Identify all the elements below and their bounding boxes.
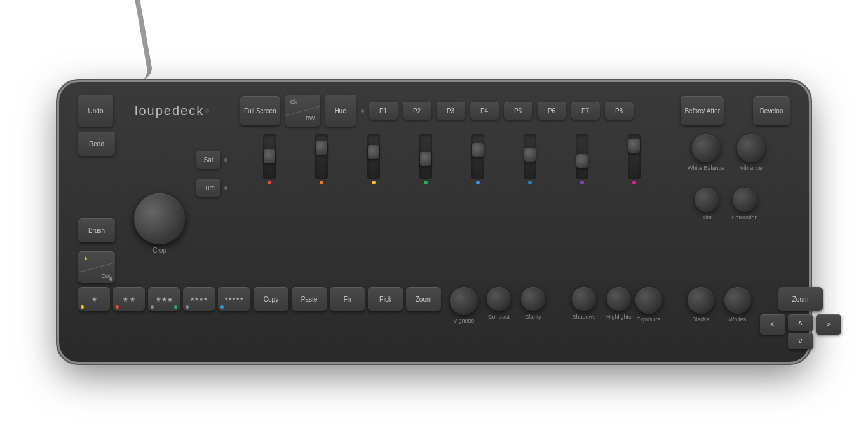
brush-button[interactable]: Brush [78, 218, 115, 242]
whites-knob[interactable] [724, 287, 751, 314]
p8-button[interactable]: P8 [605, 102, 634, 120]
star3-button[interactable]: ★★★ [148, 287, 180, 311]
star2-button[interactable]: ★ ★ [113, 287, 145, 311]
white-balance-label: White Balance [688, 165, 724, 171]
zoom-control-button[interactable]: Zoom [778, 287, 823, 311]
color-dot-6 [528, 181, 532, 184]
slider-5[interactable] [454, 134, 501, 184]
sliders-visual [246, 134, 658, 184]
lum-dot [224, 186, 227, 190]
right-controls: White Balance Vibrance Tint Satu [663, 132, 790, 283]
shadows-control: Shadows [572, 287, 596, 320]
blacks-control: Blacks [688, 287, 714, 323]
p5-button[interactable]: P5 [504, 102, 532, 120]
p2-button[interactable]: P2 [403, 102, 431, 120]
paste-button[interactable]: Paste [292, 287, 327, 311]
nav-up-down: ∧ ∨ [788, 314, 813, 349]
star2-dot [116, 305, 119, 309]
hue-button[interactable]: Hue [325, 95, 356, 127]
crop-knob[interactable] [134, 193, 185, 244]
exposure-row: Exposure Blacks Whites [635, 287, 751, 323]
star4-dot [186, 305, 189, 309]
bottom-right-knobs: Tint Saturation [663, 188, 790, 221]
exposure-label: Exposure [637, 316, 661, 323]
nav-up-button[interactable]: ∧ [788, 314, 813, 331]
shadows-label: Shadows [572, 314, 595, 320]
contrast-knob[interactable] [487, 287, 511, 311]
main-bottom-knobs: Contrast Clarity Shadows Highlights [487, 287, 632, 320]
col-button[interactable]: ★ Col [78, 251, 115, 283]
p6-button[interactable]: P6 [538, 102, 566, 120]
p4-button[interactable]: P4 [470, 102, 499, 120]
color-dot-5 [476, 181, 480, 184]
middle-row: Redo Brush ★ Col [78, 132, 790, 283]
vibrance-knob[interactable] [737, 134, 765, 162]
slider-4[interactable] [402, 134, 449, 184]
divider [285, 106, 319, 116]
highlights-control: Highlights [606, 287, 632, 320]
crop-label: Crop [153, 247, 166, 254]
exposure-knob[interactable] [635, 287, 662, 314]
p7-button[interactable]: P7 [571, 102, 600, 120]
saturation-knob[interactable] [733, 188, 757, 212]
sat-dot [224, 158, 227, 162]
contrast-label: Contrast [488, 314, 510, 320]
color-dot-1 [268, 181, 271, 184]
nav-left-button[interactable]: < [760, 314, 785, 335]
star3-green-dot [174, 305, 177, 309]
pick-button[interactable]: Pick [368, 287, 403, 311]
sat-button[interactable]: Sat [196, 151, 220, 169]
full-screen-button[interactable]: Full Screen [240, 96, 280, 125]
slider-3[interactable] [350, 134, 397, 184]
shadows-knob[interactable] [572, 287, 596, 311]
exposure-control: Exposure [635, 287, 662, 323]
nav-arrows-row: < ∧ ∨ > [760, 314, 841, 349]
p3-button[interactable]: P3 [437, 102, 465, 120]
utility-buttons: Copy Paste Fn Pick Zoom [254, 287, 441, 311]
scene: Undo loupedeck ® Full Screen Clr BW [0, 0, 868, 444]
clarity-knob[interactable] [521, 287, 545, 311]
develop-button[interactable]: Develop [753, 96, 790, 125]
star4-button[interactable]: ★★★★ [183, 287, 215, 311]
left-column: Redo Brush ★ Col [78, 132, 123, 283]
tint-knob[interactable] [695, 188, 719, 212]
vibrance-control: Vibrance [737, 134, 765, 171]
nav-right-button[interactable]: > [816, 314, 841, 335]
top-right-knobs: White Balance Vibrance [663, 134, 790, 171]
slider-2[interactable] [298, 134, 345, 184]
white-balance-knob[interactable] [692, 134, 720, 162]
clr-bw-button[interactable]: Clr BW [285, 95, 320, 127]
slider-1[interactable] [246, 134, 293, 184]
color-dot-8 [632, 181, 636, 184]
before-after-button[interactable]: Before/ After [681, 96, 724, 125]
star5-button[interactable]: ★★★★★ [218, 287, 250, 311]
nav-down-button[interactable]: ∨ [788, 333, 813, 349]
p1-button[interactable]: P1 [369, 102, 398, 120]
slider-8[interactable] [611, 134, 658, 184]
blacks-knob[interactable] [688, 287, 714, 314]
lum-row: Lum [196, 179, 241, 197]
vignette-knob[interactable] [450, 287, 478, 315]
zoom-button[interactable]: Zoom [406, 287, 441, 311]
contrast-control: Contrast [487, 287, 511, 320]
redo-button[interactable]: Redo [78, 132, 115, 156]
clarity-label: Clarity [525, 314, 541, 320]
clarity-control: Clarity [521, 287, 545, 320]
hsl-sliders-section: Sat Lum [196, 132, 241, 283]
slider-7[interactable] [559, 134, 606, 184]
vignette-control: Vignette [450, 287, 478, 324]
copy-button[interactable]: Copy [254, 287, 288, 311]
vignette-area: Vignette [450, 287, 478, 324]
highlights-label: Highlights [606, 314, 632, 320]
p-sliders-area [246, 132, 658, 283]
highlights-knob[interactable] [607, 287, 631, 311]
color-dot-7 [580, 181, 584, 184]
loupedeck-device: Undo loupedeck ® Full Screen Clr BW [59, 82, 809, 362]
star3-dot [151, 305, 154, 309]
lum-button[interactable]: Lum [196, 179, 220, 197]
fn-button[interactable]: Fn [330, 287, 365, 311]
slider-6[interactable] [506, 134, 553, 184]
star1-button[interactable]: ★ [78, 287, 110, 311]
undo-button[interactable]: Undo [78, 95, 113, 127]
whites-label: Whites [729, 316, 747, 323]
